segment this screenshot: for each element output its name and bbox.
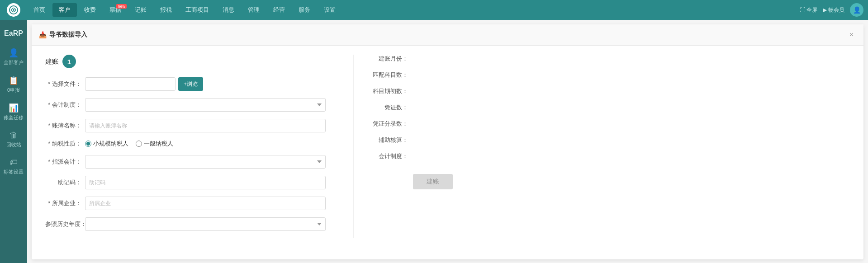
ledger-name-input[interactable] bbox=[85, 119, 326, 132]
nav-item-service[interactable]: 服务 bbox=[292, 3, 317, 17]
nav-menu: 首页 客户 收费 票据 new 记账 报税 工商项目 消息 管理 经营 服务 设… bbox=[27, 3, 800, 17]
accounting-month-label: 建账月份： bbox=[367, 55, 408, 63]
file-path-input[interactable] bbox=[85, 77, 175, 91]
nav-item-business[interactable]: 工商项目 bbox=[179, 3, 215, 17]
tax-type-label: * 纳税性质： bbox=[45, 140, 81, 148]
info-accounting-system-row: 会计制度： bbox=[367, 152, 498, 160]
fullscreen-button[interactable]: ⛶ 全屏 bbox=[800, 6, 817, 14]
top-nav: 首页 客户 收费 票据 new 记账 报税 工商项目 消息 管理 经营 服务 设… bbox=[0, 0, 868, 20]
nav-item-client[interactable]: 客户 bbox=[52, 3, 77, 17]
assigned-accountant-row: * 指派会计： bbox=[45, 155, 326, 169]
nav-item-operation[interactable]: 经营 bbox=[267, 3, 291, 17]
company-row: * 所属企业： bbox=[45, 197, 326, 210]
app-logo bbox=[5, 1, 23, 19]
nav-item-manage[interactable]: 管理 bbox=[242, 3, 266, 17]
accounting-month-row: 建账月份： bbox=[367, 55, 498, 63]
voucher-row: 凭证数： bbox=[367, 103, 498, 112]
accounting-system-select[interactable] bbox=[85, 98, 326, 112]
voucher-entries-label: 凭证分录数： bbox=[367, 120, 408, 128]
nav-item-home[interactable]: 首页 bbox=[27, 3, 52, 17]
assigned-accountant-label: * 指派会计： bbox=[45, 158, 81, 166]
nav-item-settings[interactable]: 设置 bbox=[318, 3, 342, 17]
modal-close-button[interactable]: × bbox=[847, 30, 856, 40]
step-circle: 1 bbox=[62, 55, 76, 68]
match-accounts-row: 匹配科目数： bbox=[367, 71, 498, 79]
fullscreen-icon: ⛶ bbox=[800, 7, 805, 13]
accounting-system-label: * 会计制度： bbox=[45, 101, 81, 109]
all-clients-icon: 👤 bbox=[9, 48, 19, 58]
assigned-accountant-select[interactable] bbox=[85, 155, 326, 169]
ledger-name-row: * 账簿名称： bbox=[45, 119, 326, 132]
nav-item-invoice[interactable]: 票据 new bbox=[103, 3, 128, 17]
modal-body: 建账 1 * 选择文件： +浏览 bbox=[32, 46, 863, 247]
aux-accounting-label: 辅助核算： bbox=[367, 136, 408, 144]
info-section: 建账月份： 匹配科目数： 科目期初数： 凭证数： bbox=[353, 55, 498, 238]
logo-icon bbox=[7, 3, 20, 17]
tax-type-small[interactable]: 小规模纳税人 bbox=[85, 140, 128, 148]
sidebar-item-tag-settings[interactable]: 🏷 标签设置 bbox=[1, 154, 26, 179]
company-input[interactable] bbox=[85, 197, 326, 210]
tax-type-general-radio[interactable] bbox=[136, 141, 142, 147]
nav-item-payment[interactable]: 收费 bbox=[78, 3, 102, 17]
modal-header: 📥 导爷数据导入 × bbox=[32, 24, 863, 46]
sidebar-item-all-clients[interactable]: 👤 全部客户 bbox=[1, 44, 26, 70]
vip-icon: ▶ bbox=[823, 7, 827, 13]
vertical-divider bbox=[335, 55, 335, 238]
history-year-label: 参照历史年度： bbox=[45, 220, 81, 228]
nav-item-bookkeeping[interactable]: 记账 bbox=[128, 3, 153, 17]
sidebar-item-recycle[interactable]: 🗑 回收站 bbox=[1, 127, 26, 152]
nav-right: ⛶ 全屏 ▶ 畅会员 👤 bbox=[800, 3, 863, 17]
initial-balance-label: 科目期初数： bbox=[367, 87, 408, 95]
tax-type-row: * 纳税性质： 小规模纳税人 一般纳税人 bbox=[45, 140, 326, 148]
tax-type-small-radio[interactable] bbox=[85, 141, 91, 147]
accounting-system-row: * 会计制度： bbox=[45, 98, 326, 112]
svg-point-1 bbox=[13, 9, 14, 11]
company-label: * 所属企业： bbox=[45, 199, 81, 207]
main-layout: EaRP 👤 全部客户 📋 0申报 📊 账套迁移 🗑 回收站 🏷 标签设置 bbox=[0, 20, 868, 263]
ledger-name-label: * 账簿名称： bbox=[45, 122, 81, 130]
browse-button[interactable]: +浏览 bbox=[178, 77, 203, 91]
nav-item-tax[interactable]: 报税 bbox=[154, 3, 178, 17]
history-year-select[interactable] bbox=[85, 217, 326, 231]
voucher-entries-row: 凭证分录数： bbox=[367, 120, 498, 128]
nav-item-message[interactable]: 消息 bbox=[216, 3, 241, 17]
step-label: 建账 bbox=[45, 57, 59, 66]
modal-container: 📥 导爷数据导入 × 建账 1 bbox=[32, 24, 863, 259]
invoice-badge: new bbox=[116, 4, 127, 9]
modal-title-icon: 📥 bbox=[39, 31, 47, 38]
memo-code-row: 助记码： bbox=[45, 176, 326, 189]
tag-settings-icon: 🏷 bbox=[9, 158, 18, 167]
sidebar-brand: EaRP bbox=[2, 24, 25, 42]
sidebar-item-declare[interactable]: 📋 0申报 bbox=[1, 72, 26, 97]
create-account-btn-row: 建账 bbox=[367, 169, 498, 189]
create-account-button: 建账 bbox=[413, 174, 453, 189]
migrate-icon: 📊 bbox=[9, 103, 19, 113]
file-selection-row: * 选择文件： +浏览 bbox=[45, 77, 326, 91]
avatar-icon: 👤 bbox=[853, 6, 861, 14]
aux-accounting-row: 辅助核算： bbox=[367, 136, 498, 144]
tax-type-radio-group: 小规模纳税人 一般纳税人 bbox=[85, 140, 173, 148]
declare-icon: 📋 bbox=[9, 75, 19, 85]
file-label: * 选择文件： bbox=[45, 80, 81, 88]
match-accounts-label: 匹配科目数： bbox=[367, 71, 408, 79]
history-year-row: 参照历史年度： bbox=[45, 217, 326, 231]
form-section: 建账 1 * 选择文件： +浏览 bbox=[45, 55, 326, 238]
modal-title: 📥 导爷数据导入 bbox=[39, 31, 87, 39]
voucher-label: 凭证数： bbox=[367, 103, 408, 112]
vip-button[interactable]: ▶ 畅会员 bbox=[823, 6, 844, 14]
content-area: 📥 导爷数据导入 × 建账 1 bbox=[27, 20, 868, 263]
sidebar-item-migrate[interactable]: 📊 账套迁移 bbox=[1, 99, 26, 125]
memo-code-label: 助记码： bbox=[45, 178, 81, 187]
info-accounting-system-label: 会计制度： bbox=[367, 152, 408, 160]
recycle-icon: 🗑 bbox=[9, 131, 18, 140]
sidebar: EaRP 👤 全部客户 📋 0申报 📊 账套迁移 🗑 回收站 🏷 标签设置 bbox=[0, 20, 27, 263]
tax-type-general[interactable]: 一般纳税人 bbox=[136, 140, 173, 148]
memo-code-input[interactable] bbox=[85, 176, 326, 189]
file-input-group: +浏览 bbox=[85, 77, 326, 91]
avatar[interactable]: 👤 bbox=[850, 3, 863, 17]
initial-balance-row: 科目期初数： bbox=[367, 87, 498, 95]
